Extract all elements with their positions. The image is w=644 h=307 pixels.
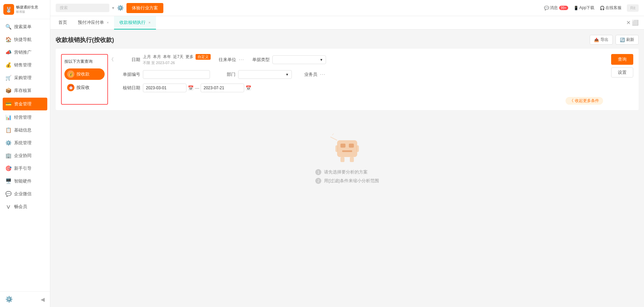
sidebar-item-operation[interactable]: 📊 经营管理	[0, 111, 50, 124]
writeoff-date-start[interactable]	[143, 84, 186, 92]
export-btn[interactable]: 📤 导出	[590, 35, 613, 45]
sidebar-item-finance[interactable]: 💳 资金管理	[3, 98, 47, 110]
tab-receipt-writeoff-close[interactable]: ×	[148, 20, 150, 24]
empty-tips: 1 请先选择要分析的方案 2 用[过滤]条件来缩小分析范围	[315, 169, 379, 184]
date-7days[interactable]: 近7天	[173, 54, 183, 60]
sidebar-item-guide[interactable]: 🎯 新手引导	[0, 162, 50, 175]
sidebar-item-label: 采购管理	[14, 75, 32, 81]
tab-receipt-writeoff[interactable]: 收款核销执行 ×	[114, 16, 156, 30]
sidebar-item-sales[interactable]: 💰 销售管理	[0, 59, 50, 71]
settings-btn[interactable]: 设置	[611, 67, 633, 78]
svg-rect-6	[340, 157, 344, 162]
search-placeholder: 搜索	[60, 5, 68, 10]
sidebar-item-member[interactable]: V 畅会员	[0, 200, 50, 213]
filter-option-by-receivable[interactable]: ⏰ 按应收	[64, 82, 105, 93]
collapse-more-label: 收起更多条件	[575, 98, 599, 104]
collapse-more-btn[interactable]: 《 收起更多条件	[566, 97, 603, 105]
writeoff-date-end[interactable]	[201, 84, 244, 92]
query-btn[interactable]: 查询	[611, 54, 633, 65]
guide-icon: 🎯	[5, 165, 11, 171]
tab-prepayment-label: 预付冲应付单	[78, 19, 104, 25]
industry-btn[interactable]: 体验行业方案	[126, 3, 163, 13]
sidebar-item-label: 资金管理	[14, 101, 32, 107]
filter-panel: 按以下方案查询 💰 按收款 ⏰ 按应收 《	[56, 49, 639, 110]
empty-tip-2: 2 用[过滤]条件来缩小分析范围	[315, 178, 379, 184]
svg-rect-0	[337, 140, 357, 157]
sidebar-item-quick-nav[interactable]: 🏠 快捷导航	[0, 33, 50, 46]
finance-icon: 💳	[5, 101, 11, 107]
filter-option-by-receipt[interactable]: 💰 按收款	[64, 68, 105, 80]
wechat-icon: 💬	[5, 191, 11, 197]
doc-number-field: 单据编号	[120, 70, 210, 79]
sidebar-item-inventory[interactable]: 📦 库存核算	[0, 84, 50, 97]
action-buttons: 查询 设置	[611, 54, 633, 78]
writeoff-date-field: 核销日期 📅 — 📅	[120, 84, 251, 92]
empty-tip-1: 1 请先选择要分析的方案	[315, 169, 379, 175]
topbar-dropdown-icon[interactable]: ▾	[112, 5, 114, 10]
sidebar-item-basic[interactable]: 📋 基础信息	[0, 124, 50, 137]
doc-type-select[interactable]: ▾	[272, 55, 326, 64]
date-last-month[interactable]: 上月	[143, 54, 151, 60]
page-actions: 📤 导出 🔄 刷新	[590, 35, 639, 45]
app-download-btn[interactable]: 📱 App下载	[574, 5, 594, 11]
receipt-option-icon: 💰	[67, 70, 74, 78]
sidebar-item-label: 新手引导	[14, 165, 32, 171]
system-icon: ⚙️	[5, 140, 11, 146]
online-service-btn[interactable]: 🎧 在线客服	[600, 5, 622, 11]
svg-rect-3	[342, 150, 352, 152]
tab-home-label: 首页	[58, 19, 67, 25]
logo-text: 畅捷通好生意	[16, 5, 38, 9]
date-custom-tag[interactable]: 自定义	[196, 54, 211, 60]
sidebar-item-search[interactable]: 🔍 搜索菜单	[0, 20, 50, 33]
content-area: 收款核销执行(按收款) 📤 导出 🔄 刷新 按以下方案查询 💰	[50, 30, 644, 307]
tab-home[interactable]: 首页	[53, 16, 72, 30]
department-label: 部门	[215, 71, 235, 78]
sidebar-item-label: 库存核算	[14, 88, 32, 94]
cal-start-icon[interactable]: 📅	[188, 85, 194, 91]
counterparty-selector[interactable]: ···	[239, 57, 244, 63]
topbar-gear-icon[interactable]: ⚙️	[117, 5, 124, 11]
collapse-sidebar-btn[interactable]: 《	[108, 54, 115, 105]
department-select[interactable]: ▾	[238, 70, 292, 79]
maximize-window-btn[interactable]: ⬜	[632, 19, 639, 26]
refresh-label: 刷新	[626, 37, 634, 43]
online-service-label: 在线客服	[605, 5, 622, 11]
sidebar-settings-icon[interactable]: ⚙️	[5, 296, 13, 303]
basic-icon: 📋	[5, 127, 11, 133]
date-this-year[interactable]: 本年	[163, 54, 171, 60]
date-label: 日期	[120, 57, 140, 63]
cal-end-icon[interactable]: 📅	[246, 85, 251, 91]
message-btn[interactable]: 💬 消息 99+	[544, 5, 568, 11]
sidebar-item-wechat[interactable]: 💬 企业微信	[0, 188, 50, 200]
collapse-icon: 《	[109, 57, 114, 63]
sidebar-collapse-icon[interactable]: ◀	[41, 296, 45, 303]
counterparty-label: 往来单位	[216, 57, 236, 63]
sidebar-item-label: 系统管理	[14, 140, 32, 146]
operation-icon: 📊	[5, 114, 11, 120]
empty-state: 1 请先选择要分析的方案 2 用[过滤]条件来缩小分析范围	[56, 110, 639, 204]
salesperson-selector[interactable]: ···	[320, 71, 325, 78]
sidebar-item-hardware[interactable]: 🖥️ 智能硬件	[0, 175, 50, 188]
sidebar-item-system[interactable]: ⚙️ 系统管理	[0, 137, 50, 149]
date-more[interactable]: 更多	[185, 54, 194, 60]
svg-rect-7	[350, 157, 354, 162]
sidebar-item-purchase[interactable]: 🛒 采购管理	[0, 71, 50, 84]
tab-prepayment-close[interactable]: ×	[107, 20, 109, 24]
doc-type-label: 单据类型	[250, 57, 270, 63]
sidebar-item-label: 销售管理	[14, 62, 32, 68]
sidebar-item-enterprise[interactable]: 🏢 企业协同	[0, 149, 50, 162]
date-this-month[interactable]: 本月	[153, 54, 161, 60]
page-title: 收款核销执行(按收款)	[56, 36, 114, 44]
sidebar-item-label: 基础信息	[14, 127, 32, 133]
svg-line-9	[332, 134, 334, 135]
refresh-btn[interactable]: 🔄 刷新	[615, 35, 639, 45]
svg-rect-1	[340, 144, 345, 148]
export-icon: 📤	[594, 38, 599, 42]
home-icon: 🏠	[5, 37, 11, 43]
writeoff-date-range: 📅 — 📅	[143, 84, 251, 92]
tab-prepayment[interactable]: 预付冲应付单 ×	[72, 16, 114, 30]
sidebar-item-marketing[interactable]: 📣 营销推广	[0, 46, 50, 59]
close-window-btn[interactable]: ✕	[626, 19, 631, 26]
user-info[interactable]: Rit	[627, 4, 639, 12]
doc-number-input[interactable]	[143, 70, 210, 79]
